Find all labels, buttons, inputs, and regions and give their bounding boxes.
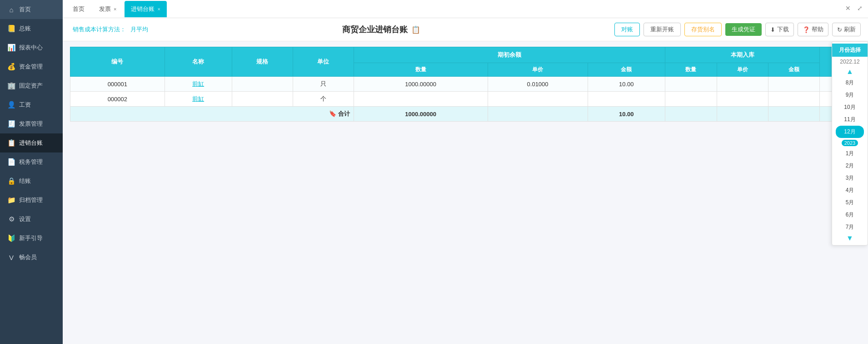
month-10[interactable]: 10月 [832, 101, 868, 113]
cell-name: 前缸 [165, 92, 232, 107]
sidebar-item-funds[interactable]: 💰资金管理 [0, 57, 63, 76]
sidebar-item-member[interactable]: V畅会员 [0, 248, 63, 267]
sidebar-item-closing[interactable]: 🔒结账 [0, 172, 63, 191]
sidebar-label-ledger: 总账 [19, 25, 31, 33]
name-link[interactable]: 前缸 [192, 80, 204, 87]
toolbar-actions: 对账 重新开账 存货别名 生成凭证 ⬇ 下载 ❓ 帮助 ↻ 刷新 [614, 23, 861, 36]
cell-spec [232, 92, 293, 107]
closing-icon: 🔒 [7, 177, 15, 185]
month-8[interactable]: 8月 [832, 77, 868, 89]
tab-label-home: 首页 [73, 5, 85, 13]
table-row: 000001 前缸 只 1000.00000 0.01000 10.00 [70, 77, 861, 92]
sidebar-item-inventory[interactable]: 📋进销台账 [0, 133, 63, 152]
year-2022-label: 2022.12 [832, 57, 868, 67]
cell-open-amount: 10.00 [588, 77, 665, 92]
close-button[interactable]: ✕ [843, 4, 853, 13]
sidebar-label-inventory: 进销台账 [19, 139, 43, 147]
sidebar-item-assets[interactable]: 🏢固定资产 [0, 76, 63, 95]
col-opening-balance: 期初余额 [354, 47, 665, 63]
sidebar-item-settings[interactable]: ⚙设置 [0, 210, 63, 229]
total-row: 🔖合计 1000.00000 10.00 [70, 107, 861, 122]
cell-code: 000001 [70, 77, 165, 92]
month-1[interactable]: 1月 [832, 147, 868, 160]
total-open-price [488, 107, 588, 122]
sidebar-item-reports[interactable]: 📊报表中心 [0, 38, 63, 57]
main-area: 首页发票×进销台账× 销售成本计算方法： 月平均 商贸企业进销台账 📋 对账 重… [63, 0, 868, 344]
cell-unit: 个 [293, 92, 354, 107]
sidebar-label-settings: 设置 [19, 215, 31, 223]
sidebar: ⌂首页📒总账📊报表中心💰资金管理🏢固定资产👤工资🧾发票管理📋进销台账📄税务管理🔒… [0, 0, 63, 344]
download-icon: ⬇ [770, 26, 775, 33]
sidebar-item-tax[interactable]: 📄税务管理 [0, 152, 63, 172]
col-current-in: 本期入库 [665, 47, 820, 63]
settings-icon: ⚙ [7, 215, 15, 223]
download-button[interactable]: ⬇ 下载 [765, 23, 794, 36]
payroll-icon: 👤 [7, 101, 15, 109]
cell-open-price [488, 92, 588, 107]
name-link[interactable]: 前缸 [192, 95, 204, 102]
maximize-button[interactable]: ⤢ [855, 4, 864, 13]
total-open-amount: 10.00 [588, 107, 665, 122]
tab-close-invoice[interactable]: × [114, 6, 116, 12]
month-3[interactable]: 3月 [832, 172, 868, 184]
content-area: 销售成本计算方法： 月平均 商贸企业进销台账 📋 对账 重新开账 存货别名 生成… [63, 18, 868, 344]
col-name: 名称 [165, 47, 232, 77]
cell-in-qty [665, 77, 717, 92]
refresh-icon: ↻ [837, 26, 842, 33]
scroll-up-button[interactable]: ▲ [832, 67, 868, 77]
title-link-icon[interactable]: 📋 [411, 25, 420, 34]
assets-icon: 🏢 [7, 82, 15, 90]
col-open-amount: 金额 [588, 63, 665, 77]
total-in-amount [768, 107, 820, 122]
sidebar-item-ledger[interactable]: 📒总账 [0, 19, 63, 38]
sidebar-label-reports: 报表中心 [19, 44, 43, 52]
sidebar-item-payroll[interactable]: 👤工资 [0, 95, 63, 114]
month-2[interactable]: 2月 [832, 160, 868, 172]
scroll-down-button[interactable]: ▼ [832, 233, 868, 243]
help-button[interactable]: ❓ 帮助 [798, 23, 828, 36]
tab-invoice[interactable]: 发票× [93, 1, 123, 17]
sidebar-item-guide[interactable]: 🔰新手引导 [0, 229, 63, 248]
refresh-button[interactable]: ↻ 刷新 [832, 23, 861, 36]
tab-label-inventory-ledger: 进销台账 [131, 5, 155, 13]
total-in-price [717, 107, 768, 122]
sidebar-item-invoice-mgmt[interactable]: 🧾发票管理 [0, 114, 63, 133]
sidebar-label-home: 首页 [19, 5, 31, 14]
save-alias-button[interactable]: 存货别名 [684, 23, 722, 36]
cell-in-price [717, 77, 768, 92]
help-icon: ❓ [803, 26, 810, 33]
ledger-icon: 📒 [7, 25, 15, 33]
cell-open-qty [354, 92, 488, 107]
month-4[interactable]: 4月 [832, 184, 868, 197]
col-in-amount: 金额 [768, 63, 820, 77]
month-5[interactable]: 5月 [832, 197, 868, 209]
generate-voucher-button[interactable]: 生成凭证 [725, 23, 762, 36]
tab-bar: 首页发票×进销台账× [63, 0, 868, 18]
tab-close-inventory-ledger[interactable]: × [157, 6, 160, 12]
guide-icon: 🔰 [7, 234, 15, 242]
sidebar-item-home[interactable]: ⌂首页 [0, 0, 63, 19]
archive-icon: 📁 [7, 196, 15, 204]
year-2023-badge: 2023 [842, 140, 858, 146]
total-in-qty [665, 107, 717, 122]
invoice-mgmt-icon: 🧾 [7, 120, 15, 128]
sidebar-item-archive[interactable]: 📁归档管理 [0, 191, 63, 210]
month-12-active[interactable]: 12月 [836, 126, 864, 138]
tab-home[interactable]: 首页 [66, 1, 91, 17]
month-7[interactable]: 7月 [832, 221, 868, 233]
cell-in-amount [768, 77, 820, 92]
reports-icon: 📊 [7, 44, 15, 52]
cell-in-qty [665, 92, 717, 107]
inventory-icon: 📋 [7, 139, 15, 147]
reopen-button[interactable]: 重新开账 [644, 23, 681, 36]
month-9[interactable]: 9月 [832, 89, 868, 101]
home-icon: ⌂ [7, 6, 15, 14]
sidebar-label-guide: 新手引导 [19, 234, 43, 242]
tab-inventory-ledger[interactable]: 进销台账× [125, 1, 166, 17]
tax-icon: 📄 [7, 158, 15, 166]
col-open-price: 单价 [488, 63, 588, 77]
month-11[interactable]: 11月 [832, 113, 868, 126]
cell-unit: 只 [293, 77, 354, 92]
month-6[interactable]: 6月 [832, 209, 868, 221]
reconcile-button[interactable]: 对账 [614, 23, 640, 36]
